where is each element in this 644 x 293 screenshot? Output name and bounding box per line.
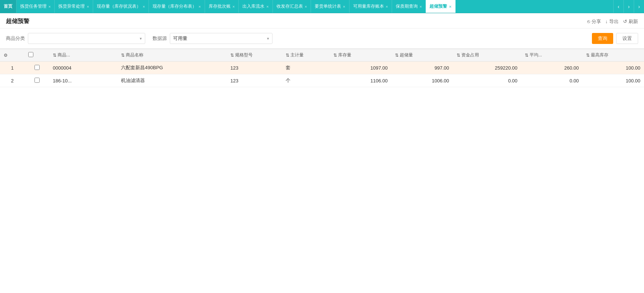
row-maxstock: 100.00 bbox=[582, 74, 644, 87]
column-header-unit: ⇅ 主计量 bbox=[282, 49, 330, 62]
table-body: 1 0000004 六配套新昌490BPG 123 套 1097.00 997.… bbox=[0, 62, 644, 87]
page-title: 超储预警 bbox=[6, 18, 29, 25]
column-header-gear: ⚙ bbox=[0, 49, 25, 62]
refresh-button[interactable]: ↺ 刷新 bbox=[623, 18, 638, 25]
row-overflow: 997.00 bbox=[391, 62, 453, 74]
nav-more-button[interactable]: › bbox=[634, 0, 644, 13]
row-checkbox[interactable] bbox=[34, 78, 40, 83]
nav-tab-home[interactable]: 首页 bbox=[0, 0, 17, 13]
nav-tab-batch-ledger[interactable]: 库存批次账 × bbox=[205, 0, 239, 13]
column-header-maxstock: ⇅ 最高库存 bbox=[582, 49, 644, 62]
table-row: 1 0000004 六配套新昌490BPG 123 套 1097.00 997.… bbox=[0, 62, 644, 74]
nav-tab-available-ledger-label: 可用量库存账本 bbox=[353, 3, 384, 10]
table-header: ⚙ ⇅ 商品... ⇅ 商品名称 bbox=[0, 49, 644, 62]
nav-tab-order-stat-label: 要货单统计表 bbox=[315, 3, 341, 10]
column-header-code: ⇅ 商品... bbox=[49, 49, 117, 62]
row-maxstock: 100.00 bbox=[582, 62, 644, 74]
nav-tab-order-stat[interactable]: 要货单统计表 × bbox=[311, 0, 349, 13]
table-row: 2 186-10... 机油滤清器 123 个 1106.00 1006.00 … bbox=[0, 74, 644, 87]
sort-spec[interactable]: ⇅ 规格型号 bbox=[230, 52, 253, 58]
settings-button[interactable]: 设置 bbox=[616, 33, 638, 44]
row-spec: 123 bbox=[227, 74, 282, 87]
gear-icon[interactable]: ⚙ bbox=[4, 53, 8, 58]
header-actions: ⎋ 分享 ↓ 导出 ↺ 刷新 bbox=[587, 18, 638, 25]
nav-tab-home-label: 首页 bbox=[4, 3, 12, 10]
page-header: 超储预警 ⎋ 分享 ↓ 导出 ↺ 刷新 bbox=[0, 13, 644, 29]
datasource-filter-group: 数据源 可用量 ▾ bbox=[153, 33, 272, 44]
nav-tab-inout-flow-label: 出入库流水 bbox=[242, 3, 264, 10]
nav-next-button[interactable]: › bbox=[623, 0, 634, 13]
table-container: ⚙ ⇅ 商品... ⇅ 商品名称 bbox=[0, 49, 644, 87]
row-overflow: 1006.00 bbox=[391, 74, 453, 87]
row-stock: 1097.00 bbox=[330, 62, 391, 74]
datasource-filter-label: 数据源 bbox=[153, 35, 167, 42]
sort-name[interactable]: ⇅ 商品名称 bbox=[121, 52, 143, 58]
close-icon[interactable]: × bbox=[343, 4, 345, 9]
column-header-capital: ⇅ 资金占用 bbox=[453, 49, 521, 62]
export-icon: ↓ bbox=[605, 19, 608, 24]
column-header-avg: ⇅ 平均... bbox=[521, 49, 583, 62]
nav-tab-available-ledger[interactable]: 可用量库存账本 × bbox=[350, 0, 392, 13]
row-index: 2 bbox=[0, 74, 25, 87]
chevron-down-icon: ▾ bbox=[140, 36, 142, 41]
close-icon[interactable]: × bbox=[87, 4, 89, 9]
column-header-spec: ⇅ 规格型号 bbox=[227, 49, 282, 62]
close-icon[interactable]: × bbox=[48, 4, 51, 9]
category-filter-group: 商品分类 ▾ bbox=[6, 33, 145, 44]
row-code: 0000004 bbox=[49, 62, 117, 74]
sort-unit[interactable]: ⇅ 主计量 bbox=[286, 52, 304, 58]
row-capital: 259220.00 bbox=[453, 62, 521, 74]
close-icon[interactable]: × bbox=[386, 4, 388, 9]
row-spec: 123 bbox=[227, 62, 282, 74]
nav-prev-button[interactable]: ‹ bbox=[613, 0, 623, 13]
row-avg: 0.00 bbox=[521, 74, 583, 87]
nav-tab-recv-send-label: 收发存汇总表 bbox=[277, 3, 303, 10]
nav-tab-stock-status-label: 现存量（库存状况表） bbox=[97, 3, 141, 10]
nav-tab-pick-task[interactable]: 拣货任务管理 × bbox=[17, 0, 55, 13]
nav-arrows: ‹ › › bbox=[613, 0, 644, 13]
export-button[interactable]: ↓ 导出 bbox=[605, 18, 619, 25]
category-filter-label: 商品分类 bbox=[6, 35, 25, 42]
close-icon[interactable]: × bbox=[420, 4, 422, 9]
row-checkbox[interactable] bbox=[34, 65, 40, 70]
sort-avg[interactable]: ⇅ 平均... bbox=[525, 52, 542, 58]
nav-tab-overflow-warn[interactable]: 超储预警 × bbox=[426, 0, 455, 13]
top-navigation: 首页 拣货任务管理 × 拣货异常处理 × 现存量（库存状况表） × 现存量（库存… bbox=[0, 0, 644, 13]
share-button[interactable]: ⎋ 分享 bbox=[587, 18, 601, 25]
close-icon[interactable]: × bbox=[449, 4, 451, 9]
nav-tab-stock-dist[interactable]: 现存量（库存分布表） × bbox=[149, 0, 205, 13]
row-checkbox-cell bbox=[25, 74, 49, 87]
refresh-icon: ↺ bbox=[623, 19, 627, 24]
nav-tab-inout-flow[interactable]: 出入库流水 × bbox=[239, 0, 272, 13]
nav-tab-pick-exception[interactable]: 拣货异常处理 × bbox=[55, 0, 93, 13]
nav-tab-overflow-warn-label: 超储预警 bbox=[429, 3, 447, 10]
column-header-stock: ⇅ 库存量 bbox=[330, 49, 391, 62]
query-button[interactable]: 查询 bbox=[592, 33, 613, 44]
close-icon[interactable]: × bbox=[198, 4, 201, 9]
sort-stock[interactable]: ⇅ 库存量 bbox=[333, 52, 351, 58]
nav-tab-shelf-life[interactable]: 保质期查询 × bbox=[392, 0, 426, 13]
row-index: 1 bbox=[0, 62, 25, 74]
row-name: 六配套新昌490BPG bbox=[117, 62, 227, 74]
sort-maxstock[interactable]: ⇅ 最高库存 bbox=[586, 52, 608, 58]
chevron-down-icon: ▾ bbox=[267, 36, 269, 41]
close-icon[interactable]: × bbox=[143, 4, 145, 9]
category-select[interactable]: ▾ bbox=[28, 33, 145, 44]
select-all-checkbox[interactable] bbox=[28, 52, 33, 57]
nav-tab-stock-status[interactable]: 现存量（库存状况表） × bbox=[93, 0, 149, 13]
close-icon[interactable]: × bbox=[266, 4, 268, 9]
sort-capital[interactable]: ⇅ 资金占用 bbox=[457, 52, 479, 58]
row-code: 186-10... bbox=[49, 74, 117, 87]
close-icon[interactable]: × bbox=[305, 4, 307, 9]
close-icon[interactable]: × bbox=[233, 4, 235, 9]
datasource-select[interactable]: 可用量 ▾ bbox=[170, 33, 272, 44]
sort-code[interactable]: ⇅ 商品... bbox=[53, 52, 70, 58]
row-avg: 260.00 bbox=[521, 62, 583, 74]
share-icon: ⎋ bbox=[587, 19, 590, 24]
sort-overflow[interactable]: ⇅ 超储量 bbox=[395, 52, 413, 58]
nav-tab-stock-dist-label: 现存量（库存分布表） bbox=[153, 3, 197, 10]
row-name: 机油滤清器 bbox=[117, 74, 227, 87]
nav-tab-recv-send[interactable]: 收发存汇总表 × bbox=[273, 0, 311, 13]
row-unit: 个 bbox=[282, 74, 330, 87]
nav-tab-pick-exception-label: 拣货异常处理 bbox=[58, 3, 85, 10]
